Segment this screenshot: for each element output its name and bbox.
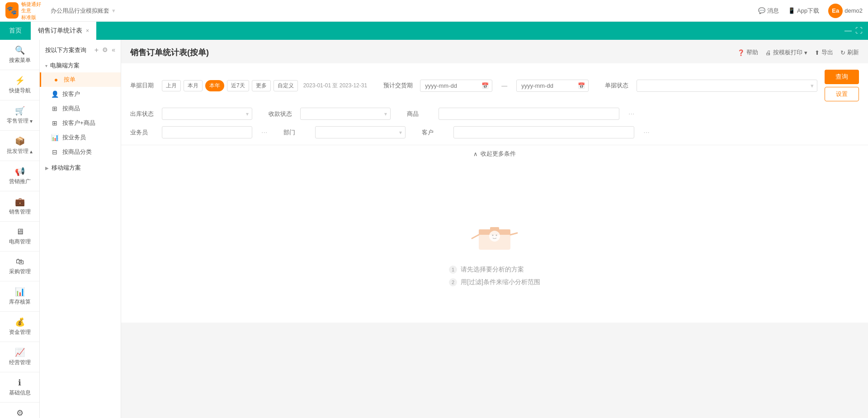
dept-wrap (315, 126, 406, 138)
page-actions: ❓ 帮助 🖨 按模板打印 ▾ ⬆ 导出 ↻ 刷新 (737, 48, 859, 57)
export-button[interactable]: ⬆ 导出 (815, 48, 833, 57)
dept-label: 部门 (283, 128, 308, 137)
sidebar-item-ecommerce[interactable]: 🖥 电商管理 (0, 222, 39, 252)
goods-more-icon[interactable]: ··· (628, 110, 634, 118)
print-arrow-icon: ▾ (804, 49, 807, 56)
sidebar-item-retail[interactable]: 🛒 零售管理 ▾ (0, 100, 39, 131)
maximize-icon[interactable]: ⛶ (855, 27, 863, 35)
scheme-item-by-order[interactable]: ● 按单 (40, 72, 121, 87)
add-scheme-button[interactable]: + (94, 46, 99, 54)
top-bar-right: 💬 消息 📱 App下载 Ea demo2 (758, 4, 863, 18)
collection-status-select[interactable] (300, 108, 391, 120)
main-layout: 🔍 搜索菜单 ⚡ 快捷导航 🛒 零售管理 ▾ 📦 批发管理 ▴ 📢 营销推广 (0, 40, 868, 418)
scheme-item-by-customer[interactable]: 👤 按客户 (40, 87, 121, 101)
sidebar-item-quick-nav[interactable]: ⚡ 快捷导航 (0, 70, 39, 100)
date-range-text: 2023-01-01 至 2023-12-31 (303, 82, 367, 90)
doc-status-select[interactable] (637, 80, 817, 92)
sidebar-item-system[interactable]: ⚙ 系统管理 (0, 403, 39, 418)
empty-state-image (467, 202, 522, 256)
action-buttons: 查询 设置 (825, 70, 859, 101)
salesperson-more-icon[interactable]: ··· (261, 128, 267, 137)
sidebar-item-operations[interactable]: 📈 经营管理 (0, 342, 39, 372)
sidebar: 🔍 搜索菜单 ⚡ 快捷导航 🛒 零售管理 ▾ 📦 批发管理 ▴ 📢 营销推广 (0, 40, 40, 418)
dept-select[interactable] (315, 126, 406, 138)
this-year-btn[interactable]: 本年 (205, 80, 224, 91)
expected-date-end-input[interactable] (516, 80, 589, 92)
delivery-status-select[interactable] (162, 108, 252, 120)
last-7-days-btn[interactable]: 近7天 (227, 80, 249, 91)
sidebar-item-sales[interactable]: 💼 销售管理 (0, 191, 39, 222)
collapse-bar[interactable]: ∧ 收起更多条件 (121, 145, 868, 162)
sidebar-item-marketing[interactable]: 📢 营销推广 (0, 161, 39, 191)
content-area: 销售订单统计表(按单) ❓ 帮助 🖨 按模板打印 ▾ ⬆ 导出 (121, 40, 868, 418)
pc-scheme-title[interactable]: ▾ 电脑端方案 (40, 59, 121, 72)
by-customer-goods-icon: ⊞ (51, 119, 59, 127)
scheme-item-by-goods-category[interactable]: ⊟ 按商品分类 (40, 145, 121, 159)
setting-button[interactable]: 设置 (825, 87, 859, 101)
customer-input[interactable] (453, 126, 634, 138)
collection-status-wrap (300, 108, 391, 120)
breadcrumb: 办公用品行业模拟账套 ▾ (51, 7, 758, 15)
doc-status-wrap (637, 80, 817, 92)
collection-status-label: 收款状态 (269, 110, 293, 118)
goods-label: 商品 (407, 110, 431, 118)
sidebar-item-purchase[interactable]: 🛍 采购管理 (0, 252, 39, 281)
help-icon: ❓ (737, 49, 745, 56)
mobile-scheme-title[interactable]: ▶ 移动端方案 (40, 161, 121, 175)
operations-icon: 📈 (15, 347, 25, 357)
left-panel-actions: + ⚙ « (94, 46, 115, 54)
basic-info-icon: ℹ (18, 378, 21, 388)
tab-bar-right: — ⛶ (844, 27, 868, 35)
sidebar-item-search-menu[interactable]: 🔍 搜索菜单 (0, 40, 39, 70)
by-order-icon: ● (52, 76, 60, 84)
query-button[interactable]: 查询 (825, 70, 859, 84)
sidebar-item-wholesale[interactable]: 📦 批发管理 ▴ (0, 131, 39, 161)
delivery-status-wrap (162, 108, 252, 120)
expected-date-end-wrap: 📅 (516, 80, 589, 92)
collapse-panel-button[interactable]: « (112, 46, 115, 54)
purchase-icon: 🛍 (16, 257, 24, 266)
empty-state-text: 1 请先选择要分析的方案 2 用[过滤]条件来缩小分析范围 (449, 266, 540, 286)
app-download-button[interactable]: 📱 App下载 (788, 7, 819, 15)
goods-input[interactable] (439, 108, 619, 120)
empty-step-1: 1 请先选择要分析的方案 (449, 266, 540, 274)
message-icon: 💬 (758, 7, 765, 14)
refresh-button[interactable]: ↻ 刷新 (840, 48, 859, 57)
this-month-btn[interactable]: 本月 (184, 80, 203, 91)
help-button[interactable]: ❓ 帮助 (737, 48, 758, 57)
template-print-button[interactable]: 🖨 按模板打印 ▾ (765, 48, 807, 57)
setting-scheme-button[interactable]: ⚙ (102, 46, 108, 54)
tab-close-button[interactable]: × (86, 28, 89, 34)
user-menu[interactable]: Ea demo2 (828, 4, 863, 18)
more-btn[interactable]: 更多 (252, 80, 271, 91)
inventory-icon: 📊 (15, 287, 25, 297)
refresh-icon: ↻ (840, 49, 845, 56)
scheme-item-by-customer-goods[interactable]: ⊞ 按客户+商品 (40, 116, 121, 130)
app-icon: 📱 (788, 7, 795, 14)
customer-more-icon[interactable]: ··· (643, 128, 649, 137)
mobile-scheme-arrow: ▶ (45, 166, 49, 171)
content-wrapper: 销售订单统计表(按单) ❓ 帮助 🖨 按模板打印 ▾ ⬆ 导出 (121, 40, 868, 418)
sidebar-item-inventory[interactable]: 📊 库存核算 (0, 281, 39, 312)
by-goods-icon: ⊞ (51, 104, 59, 113)
tab-home[interactable]: 首页 (0, 22, 31, 40)
scheme-item-by-goods[interactable]: ⊞ 按商品 (40, 101, 121, 116)
svg-point-3 (489, 231, 500, 242)
doc-status-label: 单据状态 (605, 81, 629, 90)
filter-row-3: 业务员 ··· 部门 客户 ··· (130, 126, 859, 138)
salesperson-input[interactable] (162, 126, 252, 138)
expected-date-start-input[interactable] (420, 80, 492, 92)
sidebar-item-basic-info[interactable]: ℹ 基础信息 (0, 372, 39, 403)
left-panel-header: 按以下方案查询 + ⚙ « (40, 43, 121, 57)
minimize-icon[interactable]: — (844, 27, 852, 35)
custom-btn[interactable]: 自定义 (274, 80, 298, 91)
left-panel: 按以下方案查询 + ⚙ « ▾ 电脑端方案 ● 按单 👤 按客户 ⊞ 按商 (40, 40, 121, 418)
ecommerce-icon: 🖥 (16, 227, 24, 237)
empty-illustration (467, 202, 522, 256)
scheme-item-by-salesperson[interactable]: 📊 按业务员 (40, 130, 121, 145)
message-button[interactable]: 💬 消息 (758, 7, 779, 15)
delivery-status-label: 出库状态 (130, 110, 155, 118)
sidebar-item-finance[interactable]: 💰 资金管理 (0, 312, 39, 342)
tab-active[interactable]: 销售订单统计表 × (31, 22, 96, 40)
last-month-btn[interactable]: 上月 (162, 80, 181, 91)
